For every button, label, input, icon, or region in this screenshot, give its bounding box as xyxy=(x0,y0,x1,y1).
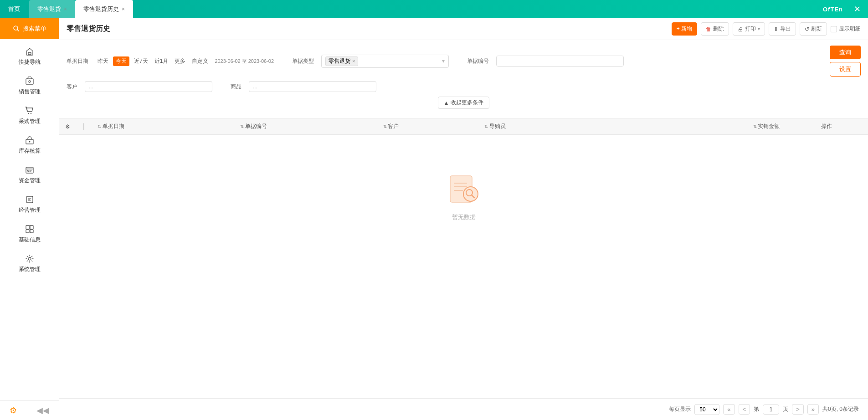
table-header-row: ⚙ 单据日期 单据编号 客户 xyxy=(59,118,868,135)
sidebar-item-basic-info[interactable]: 基础信息 xyxy=(0,219,59,248)
sidebar-item-inventory[interactable]: 库存核算 xyxy=(0,130,59,159)
tab-retail-return-history-close[interactable]: × xyxy=(122,6,125,12)
print-button[interactable]: 🖨 打印 ▾ xyxy=(733,22,765,36)
th-doc-no[interactable]: 单据编号 xyxy=(235,118,377,135)
svg-line-1 xyxy=(17,30,19,31)
delete-button-label: 删除 xyxy=(713,25,724,33)
page-first-button[interactable]: « xyxy=(723,404,734,415)
tab-retail-return-label: 零售退货 xyxy=(37,5,61,13)
sidebar-item-basic-info-label: 基础信息 xyxy=(19,236,41,244)
doc-no-label: 单据编号 xyxy=(467,57,489,65)
sales-icon xyxy=(25,76,35,86)
tab-retail-return[interactable]: 零售退货 × xyxy=(29,0,75,18)
tab-retail-return-history-label: 零售退货历史 xyxy=(83,5,119,13)
page-next-button[interactable]: > xyxy=(792,404,804,415)
svg-point-8 xyxy=(29,141,30,143)
page-title: 零售退货历史 xyxy=(67,24,672,34)
refresh-button[interactable]: ↺ 刷新 xyxy=(800,22,827,36)
delete-button[interactable]: 🗑 删除 xyxy=(701,22,729,36)
brand-label: OfTEn xyxy=(823,6,843,13)
empty-state-icon xyxy=(443,171,484,208)
ops-icon xyxy=(25,195,35,205)
table-body: 暂无数据 xyxy=(59,135,868,258)
sidebar-item-system[interactable]: 系统管理 xyxy=(0,248,59,278)
per-page-select[interactable]: 10 20 50 100 xyxy=(694,404,719,415)
date-opt-1month[interactable]: 近1月 xyxy=(153,56,170,66)
empty-state-text: 暂无数据 xyxy=(452,213,476,221)
date-options: 昨天 今天 近7天 近1月 更多 自定义 2023-06-02 至 2023-0… xyxy=(96,56,274,66)
new-button[interactable]: + 新增 xyxy=(672,22,697,36)
goods-filter-label: 商品 xyxy=(231,83,241,91)
total-info: 共0页, 0条记录 xyxy=(822,405,859,413)
tab-retail-return-close[interactable]: × xyxy=(64,6,67,12)
show-detail-label[interactable]: 显示明细 xyxy=(831,25,861,33)
svg-point-6 xyxy=(30,113,31,114)
doc-type-label: 单据类型 xyxy=(292,57,314,65)
page-last-button[interactable]: » xyxy=(807,404,819,415)
sidebar-collapse-button[interactable]: ◀◀ xyxy=(36,405,49,415)
sidebar-settings-button[interactable]: ⚙ xyxy=(10,405,17,415)
sidebar-item-sales[interactable]: 销售管理 xyxy=(0,71,59,100)
svg-point-21 xyxy=(463,187,478,201)
sidebar-item-finance[interactable]: 资金管理 xyxy=(0,159,59,189)
settings-icon[interactable]: ⚙ xyxy=(65,123,70,130)
th-checkbox[interactable] xyxy=(76,118,92,135)
collapse-up-icon: ▲ xyxy=(444,100,449,106)
goods-input[interactable]: ... xyxy=(249,81,376,92)
doc-no-input[interactable] xyxy=(496,56,624,67)
page-input[interactable] xyxy=(763,405,779,415)
set-button[interactable]: 设置 xyxy=(830,62,861,77)
home-icon xyxy=(25,46,35,56)
page-prev-button[interactable]: < xyxy=(739,404,750,415)
th-doc-date[interactable]: 单据日期 xyxy=(92,118,235,135)
th-doc-date-label: 单据日期 xyxy=(103,123,124,129)
pagination-bar: 每页显示 10 20 50 100 « < 第 页 > » 共0页, 0条记录 xyxy=(59,398,868,420)
query-button[interactable]: 查询 xyxy=(830,46,861,59)
toolbar: + 新增 🗑 删除 🖨 打印 ▾ ⬆ 导出 ↺ 刷新 xyxy=(672,22,861,36)
date-range-display: 2023-06-02 至 2023-06-02 xyxy=(215,58,274,65)
sidebar-search-button[interactable]: 搜索菜单 xyxy=(0,18,59,39)
sidebar: 搜索菜单 快捷导航 xyxy=(0,18,59,420)
empty-state: 暂无数据 xyxy=(59,135,868,258)
sidebar-item-system-label: 系统管理 xyxy=(19,266,41,273)
show-detail-checkbox[interactable] xyxy=(831,26,837,32)
date-opt-7days[interactable]: 近7天 xyxy=(132,56,150,66)
svg-rect-14 xyxy=(26,230,29,233)
doc-type-tag-close[interactable]: × xyxy=(352,58,355,64)
date-opt-yesterday[interactable]: 昨天 xyxy=(96,56,110,66)
tab-home[interactable]: 首页 xyxy=(0,0,28,18)
doc-type-select[interactable]: 零售退货 × ▾ xyxy=(321,55,449,68)
sidebar-item-quick-nav[interactable]: 快捷导航 xyxy=(0,41,59,71)
sidebar-item-inventory-label: 库存核算 xyxy=(19,147,41,155)
collapse-button-label: 收起更多条件 xyxy=(451,99,483,107)
finance-icon xyxy=(25,165,35,175)
search-icon xyxy=(13,25,20,32)
tab-list: 首页 零售退货 × 零售退货历史 × xyxy=(0,0,133,18)
customer-input[interactable]: ... xyxy=(85,81,212,92)
svg-rect-15 xyxy=(30,230,33,233)
goods-placeholder: ... xyxy=(253,83,257,90)
date-opt-today[interactable]: 今天 xyxy=(113,56,129,66)
th-guide[interactable]: 导购员 xyxy=(479,118,601,135)
sidebar-item-ops[interactable]: 经营管理 xyxy=(0,189,59,219)
export-button[interactable]: ⬆ 导出 xyxy=(769,22,796,36)
new-button-label: + 新增 xyxy=(677,25,692,33)
th-doc-no-label: 单据编号 xyxy=(245,123,267,129)
date-opt-more[interactable]: 更多 xyxy=(173,56,187,66)
sidebar-item-purchase[interactable]: 采购管理 xyxy=(0,100,59,130)
collapse-button[interactable]: ▲ 收起更多条件 xyxy=(438,97,490,109)
table-wrap: ⚙ 单据日期 单据编号 客户 xyxy=(59,118,868,258)
sidebar-menu: 快捷导航 销售管理 xyxy=(0,39,59,400)
tab-home-label: 首页 xyxy=(8,5,20,13)
th-amount[interactable]: 实销金额 xyxy=(642,118,785,135)
window-close-button[interactable]: ✕ xyxy=(854,4,861,14)
refresh-button-label: 刷新 xyxy=(811,25,822,33)
date-opt-custom[interactable]: 自定义 xyxy=(190,56,210,66)
select-all-checkbox[interactable] xyxy=(83,123,84,130)
main-layout: 搜索菜单 快捷导航 xyxy=(0,18,868,420)
top-bar: 首页 零售退货 × 零售退货历史 × OfTEn ✕ xyxy=(0,0,868,18)
tab-retail-return-history[interactable]: 零售退货历史 × xyxy=(75,0,133,18)
th-settings[interactable]: ⚙ xyxy=(59,118,76,135)
th-customer[interactable]: 客户 xyxy=(378,118,479,135)
customer-filter-label: 客户 xyxy=(67,83,77,91)
